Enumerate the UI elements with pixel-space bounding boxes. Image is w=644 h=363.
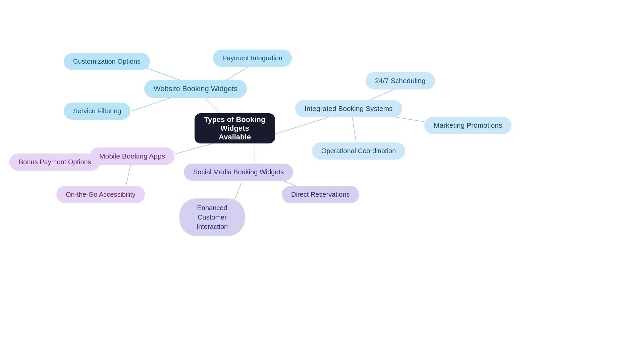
direct-reservations-node[interactable]: Direct Reservations (282, 186, 359, 203)
customization-options-node[interactable]: Customization Options (64, 53, 150, 70)
operational-coordination-node[interactable]: Operational Coordination (312, 142, 405, 160)
on-the-go-accessibility-node[interactable]: On-the-Go Accessibility (56, 186, 145, 203)
scheduling-247-node[interactable]: 24/7 Scheduling (366, 72, 435, 89)
service-filtering-node[interactable]: Service Filtering (64, 103, 130, 120)
mobile-booking-apps-node[interactable]: Mobile Booking Apps (90, 147, 174, 165)
marketing-promotions-node[interactable]: Marketing Promotions (424, 117, 512, 134)
bonus-payment-options-node[interactable]: Bonus Payment Options (9, 154, 101, 171)
social-media-booking-widgets-node[interactable]: Social Media Booking Widgets (184, 164, 293, 181)
center-node[interactable]: Types of Booking Widgets Available (195, 113, 275, 143)
website-booking-widgets-node[interactable]: Website Booking Widgets (144, 80, 247, 98)
payment-integration-node[interactable]: Payment Integration (213, 50, 292, 67)
integrated-booking-systems-node[interactable]: Integrated Booking Systems (295, 100, 402, 117)
enhanced-customer-interaction-node[interactable]: Enhanced Customer Interaction (179, 198, 245, 236)
